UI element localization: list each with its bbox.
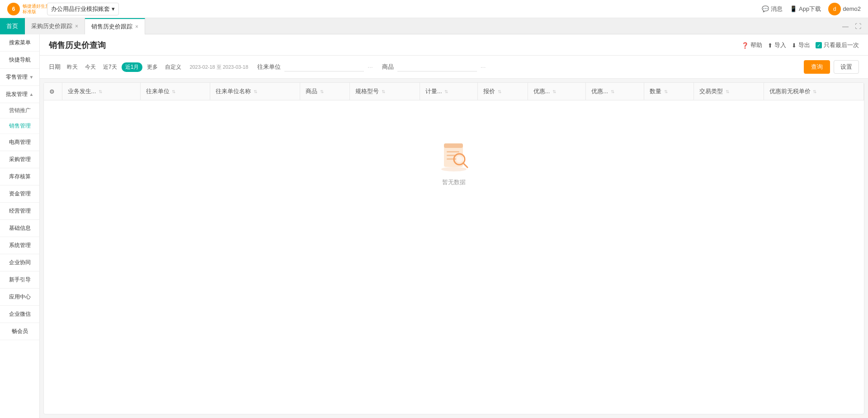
sidebar-item-newbie[interactable]: 新手引导 — [0, 271, 39, 289]
export-icon: ⬇ — [792, 42, 797, 49]
col-spec[interactable]: 规格型号 ⇅ — [350, 83, 420, 100]
only-last-checkbox[interactable]: ✓ 只看最后一次 — [816, 41, 859, 49]
page-title-row: 销售历史价查询 ❓ 帮助 ⬆ 导入 ⬇ 导出 ✓ — [49, 40, 859, 51]
sidebar-item-inventory[interactable]: 库存核算 — [0, 168, 39, 185]
sidebar-item-purchase[interactable]: 采购管理 — [0, 151, 39, 168]
partner-filter-input[interactable] — [284, 62, 364, 71]
tab-sales-history-close[interactable]: × — [135, 24, 138, 29]
query-button[interactable]: 查询 — [804, 60, 830, 74]
phone-icon: 📱 — [790, 5, 797, 12]
page-title: 销售历史价查询 — [49, 40, 106, 51]
header-right: 💬 消息 📱 App下载 d demo2 — [762, 3, 861, 15]
date-shortcuts: 昨天 今天 近7天 近1月 更多 自定义 — [64, 62, 184, 72]
chevron-down-icon: ▼ — [29, 75, 34, 80]
sidebar-item-sales-mgmt[interactable]: 销售管理 — [0, 119, 39, 134]
partner-filter-group: 往来单位 ··· — [257, 62, 373, 71]
sidebar-item-retail-mgmt[interactable]: 零售管理 ▼ — [0, 69, 39, 86]
logo-icon: 6 — [7, 3, 20, 15]
sidebar-item-finance[interactable]: 资金管理 — [0, 185, 39, 203]
header-left: 6 畅捷通好生意 标准版 办公用品行业模拟账套 ▾ — [7, 3, 119, 15]
product-filter-group: 商品 ··· — [382, 62, 486, 71]
sidebar-item-wechat[interactable]: 企业微信 — [0, 306, 39, 323]
col-quantity[interactable]: 数量 ⇅ — [644, 83, 694, 100]
date-btn-more[interactable]: 更多 — [144, 62, 160, 72]
date-btn-custom[interactable]: 自定义 — [162, 62, 184, 72]
sort-icon: ⇅ — [320, 89, 324, 94]
checkbox-icon: ✓ — [816, 42, 822, 48]
col-biz-date[interactable]: 业务发生... ⇅ — [62, 83, 140, 100]
col-quoted-price[interactable]: 报价 ⇅ — [478, 83, 528, 100]
help-button[interactable]: ❓ 帮助 — [741, 41, 762, 49]
empty-illustration — [436, 137, 472, 173]
col-partner-name[interactable]: 往来单位名称 ⇅ — [210, 83, 300, 100]
sidebar-item-ecommerce[interactable]: 电商管理 — [0, 134, 39, 151]
settings-button[interactable]: 设置 — [834, 60, 859, 74]
sidebar-item-membership[interactable]: 畅会员 — [0, 323, 39, 340]
sidebar-item-app-center[interactable]: 应用中心 — [0, 289, 39, 306]
sidebar-item-quick-nav[interactable]: 快捷导航 — [0, 52, 39, 69]
date-btn-last1m[interactable]: 近1月 — [122, 62, 143, 72]
date-filter-group: 日期 昨天 今天 近7天 近1月 更多 自定义 2023-02-18 至 202… — [49, 62, 248, 72]
logo-area: 6 畅捷通好生意 标准版 — [7, 3, 43, 15]
sidebar-item-cooperation[interactable]: 企业协同 — [0, 254, 39, 271]
date-btn-today[interactable]: 今天 — [82, 62, 99, 72]
logo-text: 畅捷通好生意 标准版 — [23, 4, 50, 14]
table-body: 暂无数据 — [44, 100, 864, 223]
svg-rect-5 — [447, 158, 458, 160]
import-button[interactable]: ⬆ 导入 — [768, 41, 786, 49]
tab-purchase-history[interactable]: 采购历史价跟踪 × — [25, 18, 85, 34]
export-button[interactable]: ⬇ 导出 — [792, 41, 810, 49]
col-unit[interactable]: 计量... ⇅ — [420, 83, 478, 100]
svg-point-0 — [441, 167, 467, 171]
sidebar-item-search-menu[interactable]: 搜索菜单 — [0, 34, 39, 52]
col-partner-code[interactable]: 往来单位 ⇅ — [140, 83, 210, 100]
table-wrapper: ⚙ 业务发生... ⇅ 往来单位 ⇅ 往来单位名称 ⇅ — [43, 82, 864, 414]
date-filter-label: 日期 — [49, 63, 61, 71]
table-header: ⚙ 业务发生... ⇅ 往来单位 ⇅ 往来单位名称 ⇅ — [44, 83, 864, 100]
data-table: ⚙ 业务发生... ⇅ 往来单位 ⇅ 往来单位名称 ⇅ — [44, 83, 864, 223]
svg-line-8 — [463, 163, 467, 167]
message-button[interactable]: 💬 消息 — [762, 5, 783, 13]
chevron-up-icon: ▲ — [29, 92, 34, 97]
app-download-button[interactable]: 📱 App下载 — [790, 5, 821, 13]
svg-rect-3 — [447, 151, 459, 152]
partner-filter-label: 往来单位 — [257, 63, 281, 71]
col-pretax-price[interactable]: 优惠前无税单价 ⇅ — [764, 83, 863, 100]
sort-icon: ⇅ — [382, 89, 385, 94]
sidebar-item-marketing[interactable]: 营销推广 — [0, 103, 39, 119]
tab-minimize-button[interactable]: — — [841, 22, 850, 31]
sidebar-item-operation[interactable]: 经营管理 — [0, 203, 39, 220]
col-trade-type[interactable]: 交易类型 ⇅ — [694, 83, 764, 100]
partner-filter-dots[interactable]: ··· — [368, 63, 373, 71]
sidebar-item-system[interactable]: 系统管理 — [0, 237, 39, 254]
filter-actions: 查询 设置 — [804, 60, 859, 74]
tab-purchase-history-close[interactable]: × — [75, 24, 78, 29]
product-filter-input[interactable] — [397, 62, 477, 71]
import-icon: ⬆ — [768, 42, 773, 49]
sort-icon: ⇅ — [254, 89, 257, 94]
col-product[interactable]: 商品 ⇅ — [300, 83, 349, 100]
user-menu[interactable]: d demo2 — [828, 3, 861, 15]
tab-sales-history[interactable]: 销售历史价跟踪 × — [85, 18, 145, 34]
product-filter-label: 商品 — [382, 63, 394, 71]
tab-home[interactable]: 首页 — [0, 18, 25, 34]
filter-area: 日期 昨天 今天 近7天 近1月 更多 自定义 2023-02-18 至 202… — [40, 56, 868, 79]
col-discount1[interactable]: 优惠... ⇅ — [528, 83, 586, 100]
sidebar-quicknav-label: 快捷导航 — [9, 56, 31, 64]
tab-maximize-button[interactable]: ⛶ — [854, 22, 863, 31]
col-gear[interactable]: ⚙ — [44, 83, 62, 100]
svg-point-7 — [456, 156, 462, 162]
date-btn-last7[interactable]: 近7天 — [100, 62, 120, 72]
date-range-text: 2023-02-18 至 2023-03-18 — [189, 64, 248, 71]
sidebar-item-wholesale-mgmt[interactable]: 批发管理 ▲ — [0, 86, 39, 103]
tab-bar-actions: — ⛶ — [841, 22, 868, 31]
page-header: 销售历史价查询 ❓ 帮助 ⬆ 导入 ⬇ 导出 ✓ — [40, 34, 868, 56]
sort-icon: ⇅ — [172, 89, 175, 94]
product-filter-dots[interactable]: ··· — [481, 63, 486, 71]
sidebar-item-basic-info[interactable]: 基础信息 — [0, 220, 39, 237]
sidebar-search-label: 搜索菜单 — [9, 39, 31, 47]
date-btn-yesterday[interactable]: 昨天 — [64, 62, 80, 72]
workspace-selector[interactable]: 办公用品行业模拟账套 ▾ — [47, 3, 119, 15]
gear-icon[interactable]: ⚙ — [49, 88, 55, 95]
col-discount2[interactable]: 优惠... ⇅ — [586, 83, 644, 100]
